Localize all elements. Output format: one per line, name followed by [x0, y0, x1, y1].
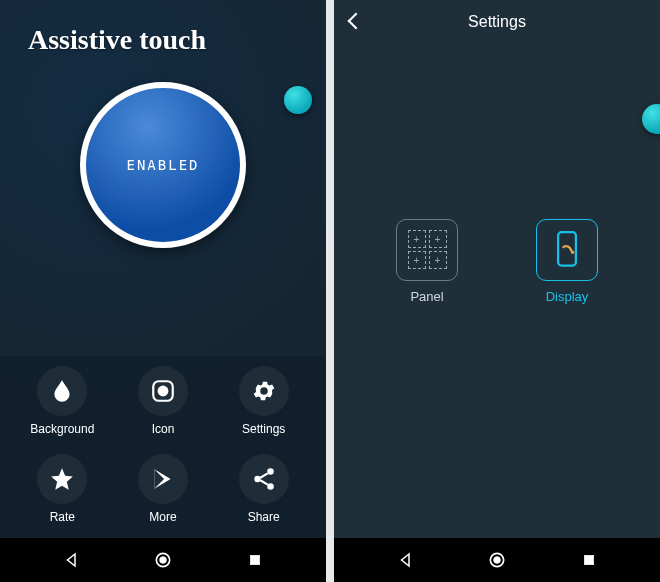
gear-icon — [239, 366, 289, 416]
drop-icon — [37, 366, 87, 416]
share-button[interactable]: Share — [213, 454, 314, 524]
menu-label: Background — [30, 422, 94, 436]
settings-screen: Settings ++++ Panel Display — [334, 0, 660, 582]
svg-point-6 — [160, 557, 167, 564]
svg-point-2 — [254, 476, 261, 483]
panel-tile[interactable]: ++++ Panel — [387, 219, 467, 304]
enable-toggle[interactable]: ENABLED — [80, 82, 246, 248]
tile-label: Panel — [410, 289, 443, 304]
play-icon — [138, 454, 188, 504]
nav-back-button[interactable] — [386, 540, 426, 580]
svg-point-3 — [267, 468, 274, 475]
share-icon — [239, 454, 289, 504]
icon-button[interactable]: Icon — [113, 366, 214, 436]
svg-point-9 — [571, 250, 574, 253]
svg-point-4 — [267, 483, 274, 490]
background-button[interactable]: Background — [12, 366, 113, 436]
display-icon — [536, 219, 598, 281]
back-button[interactable] — [344, 12, 364, 32]
menu-grid: Background Icon Settings Rate — [0, 356, 326, 538]
svg-rect-8 — [558, 232, 576, 265]
main-screen: Assistive touch ENABLED Background Icon — [0, 0, 326, 582]
svg-rect-12 — [584, 555, 593, 564]
rate-button[interactable]: Rate — [12, 454, 113, 524]
menu-label: More — [149, 510, 176, 524]
header-title: Settings — [468, 13, 526, 31]
panel-icon: ++++ — [396, 219, 458, 281]
nav-recent-button[interactable] — [569, 540, 609, 580]
nav-back-button[interactable] — [52, 540, 92, 580]
settings-header: Settings — [334, 0, 660, 44]
svg-point-11 — [494, 557, 501, 564]
tile-label: Display — [546, 289, 589, 304]
main-content: Assistive touch ENABLED Background Icon — [0, 0, 326, 538]
menu-label: Rate — [50, 510, 75, 524]
more-button[interactable]: More — [113, 454, 214, 524]
menu-label: Share — [248, 510, 280, 524]
app-title: Assistive touch — [28, 24, 206, 56]
svg-point-1 — [158, 386, 169, 397]
assistive-dot[interactable] — [284, 86, 312, 114]
android-navbar — [0, 538, 326, 582]
assistive-dot[interactable] — [642, 104, 660, 134]
menu-label: Settings — [242, 422, 285, 436]
nav-recent-button[interactable] — [235, 540, 275, 580]
menu-label: Icon — [152, 422, 175, 436]
display-tile[interactable]: Display — [527, 219, 607, 304]
settings-body: ++++ Panel Display — [334, 44, 660, 538]
android-navbar — [334, 538, 660, 582]
nav-home-button[interactable] — [143, 540, 183, 580]
svg-rect-7 — [250, 555, 259, 564]
circle-icon — [138, 366, 188, 416]
settings-button[interactable]: Settings — [213, 366, 314, 436]
star-icon — [37, 454, 87, 504]
nav-home-button[interactable] — [477, 540, 517, 580]
enable-label: ENABLED — [126, 157, 199, 173]
